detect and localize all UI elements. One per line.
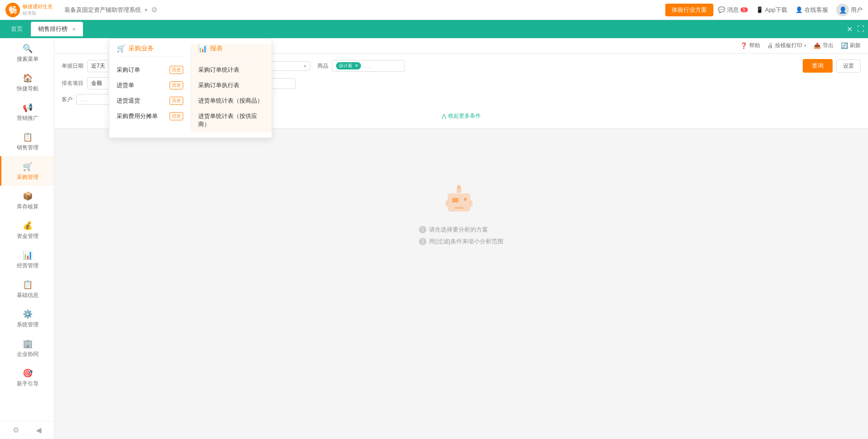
date-value: 近7天 [91,62,105,70]
topbar-right: 💬 消息 5 📱 App下载 👤 在线客服 👤 用户 [718,4,863,16]
messages-item[interactable]: 💬 消息 5 [718,6,748,14]
hint2-num: 2 [419,238,426,245]
export-item[interactable]: 📤 导出 [814,42,834,49]
inventory-icon: 📦 [23,191,33,201]
title-dropdown-icon[interactable]: ▾ [145,7,147,13]
online-service-label: 在线客服 [805,6,828,14]
menu-item-purchase-order-exec[interactable]: 采购订单执行表 [198,78,265,93]
collapse-label: 收起更多条件 [448,112,481,120]
sidebar-item-guide[interactable]: 🎯 新手引导 [0,363,54,392]
sidebar-label-enterprise: 企业协同 [17,350,39,358]
sidebar-item-quick-nav[interactable]: 🏠 快捷导航 [0,68,54,97]
help-label: 帮助 [749,42,760,49]
topbar: 畅 畅捷通好生意 标准版 装备及固定资产辅助管理系统 ▾ ⚙ 体验行业方案 💬 … [0,0,868,20]
sidebar-item-sales[interactable]: 📋 销售管理 [0,127,54,156]
menu-item-goods-receipt-stats-goods[interactable]: 进货单统计表（按商品） [198,93,265,109]
menu-item-purchase-order[interactable]: 采购订单 历史 [117,62,183,78]
phone-icon: 📱 [756,6,763,13]
refresh-icon: 🔄 [841,42,848,49]
goods-control[interactable]: 设计素 ✕ ... [332,60,405,72]
goods-receipt-stats-goods-label: 进货单统计表（按商品） [198,97,263,105]
close-tab-icon[interactable]: ✕ [847,25,853,34]
sidebar-item-capital[interactable]: 💰 资金管理 [0,215,54,245]
sidebar-item-system[interactable]: ⚙️ 系统管理 [0,304,54,333]
sidebar-item-marketing[interactable]: 📢 营销推广 [0,97,54,127]
sidebar-item-inventory[interactable]: 📦 库存核算 [0,186,54,215]
capital-icon: 💰 [23,221,33,231]
help-item[interactable]: ❓ 帮助 [740,42,760,49]
hint2-text: 用[过滤]条件来缩小分析范围 [429,236,503,247]
customer-label: 客户 [62,96,73,104]
bottom-settings-icon[interactable]: ⚙ [13,426,19,434]
system-title-area: 装备及固定资产辅助管理系统 ▾ ⚙ [64,5,661,14]
svg-point-5 [457,185,461,188]
hint1-text: 请先选择要分析的方案 [429,224,488,236]
print-item[interactable]: 🖨 按模板打印 ▾ [767,42,806,49]
empty-illustration [439,182,484,218]
goods-return-label: 进货退货 [117,97,140,105]
purchase-icon: 🛒 [23,162,33,172]
avatar: 👤 [836,4,849,16]
service-icon: 👤 [795,6,803,13]
expand-icon[interactable]: ⛶ [857,25,864,34]
print-dropdown-icon[interactable]: ▾ [804,43,806,48]
sidebar-item-basic-info[interactable]: 📋 基础信息 [0,274,54,304]
collapse-sidebar-icon[interactable]: ◀ [36,426,41,434]
menu-item-purchase-order-stats[interactable]: 采购订单统计表 [198,62,265,78]
logo-icon: 畅 [5,3,20,17]
export-icon: 📤 [814,42,821,49]
user-item[interactable]: 👤 用户 [836,4,863,16]
goods-receipt-label: 进货单 [117,81,134,89]
menu-item-goods-receipt-stats-supplier[interactable]: 进货单统计表（按供应商） [198,109,265,132]
sidebar-label-system: 系统管理 [17,321,39,329]
refresh-item[interactable]: 🔄 刷新 [841,42,861,49]
menu-item-goods-return[interactable]: 进货退货 历史 [117,93,183,109]
collapse-btn[interactable]: ⋀ 收起更多条件 [442,112,481,120]
svg-rect-7 [470,200,473,207]
sidebar-item-enterprise[interactable]: 🏢 企业协同 [0,333,54,363]
sidebar-label-basic-info: 基础信息 [17,291,39,299]
purchase-menu-section: 🛒 采购业务 采购订单 历史 进货单 历史 进货退货 历史 采购费用分摊单 [109,44,190,132]
date-label: 单据日期 [62,62,83,70]
help-icon: ❓ [740,42,747,49]
tab-sales-ranking-label: 销售排行榜 [38,25,68,33]
sidebar-item-purchase[interactable]: 🛒 采购管理 [0,156,54,186]
sidebar-label-marketing: 营销推广 [17,114,39,122]
basic-info-icon: 📋 [23,280,33,290]
svg-rect-6 [445,200,448,207]
purchase-section-title: 🛒 采购业务 [117,44,183,57]
system-icon: ⚙️ [23,309,33,319]
print-label: 按模板打印 [775,42,802,49]
empty-text: 1 请先选择要分析的方案 2 用[过滤]条件来缩小分析范围 [419,224,503,247]
collapse-arrow-icon: ⋀ [442,113,446,119]
goods-tag-text: 设计素 [339,63,352,68]
sidebar-label-operations: 经营管理 [17,262,39,270]
tab-close-icon[interactable]: ✕ [72,27,76,32]
rank-label: 排名项目 [62,79,83,87]
tab-home[interactable]: 首页 [4,22,30,36]
purchase-menu-icon: 🛒 [117,44,126,53]
sidebar-item-search[interactable]: 🔍 搜索菜单 [0,38,54,68]
sidebar-label-search: 搜索菜单 [17,55,39,63]
report-menu-section: 📊 报表 采购订单统计表 采购订单执行表 进货单统计表（按商品） 进货单统计表（… [191,44,272,132]
query-btn[interactable]: 查询 [803,59,833,73]
sidebar-item-operations[interactable]: 📊 经营管理 [0,245,54,274]
refresh-label: 刷新 [850,42,861,49]
app-download-item[interactable]: 📱 App下载 [756,6,787,14]
menu-item-goods-receipt[interactable]: 进货单 历史 [117,78,183,93]
settings-icon[interactable]: ⚙ [151,5,157,14]
settings-btn[interactable]: 设置 [836,59,861,73]
tab-sales-ranking[interactable]: 销售排行榜 ✕ [31,22,83,36]
hist-badge-purchase-expense: 历史 [170,112,183,120]
hist-badge-purchase-order: 历史 [170,66,183,74]
sidebar-label-quick-nav: 快捷导航 [17,85,39,93]
menu-item-purchase-expense[interactable]: 采购费用分摊单 历史 [117,109,183,124]
customer-dots[interactable]: ... [80,96,88,103]
online-service-item[interactable]: 👤 在线客服 [795,6,828,14]
goods-tag-close-icon[interactable]: ✕ [355,63,358,68]
goods-filter: 商品 设计素 ✕ ... [317,60,405,72]
goods-dots[interactable]: ... [364,63,371,69]
content-area: ❓ 帮助 🖨 按模板打印 ▾ 📤 导出 🔄 刷新 单据日期 [54,38,868,439]
main-layout: 🔍 搜索菜单 🏠 快捷导航 📢 营销推广 📋 销售管理 🛒 采购管理 📦 库存核… [0,38,868,439]
industry-btn[interactable]: 体验行业方案 [665,4,713,16]
